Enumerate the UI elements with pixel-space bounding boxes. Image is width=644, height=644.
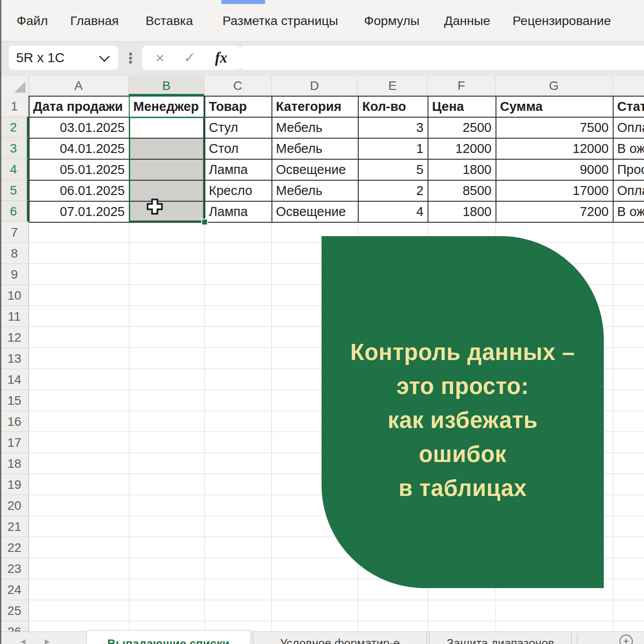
row-header-12[interactable]: 12 [0, 327, 29, 348]
table-cell[interactable]: 07.01.2025 [30, 202, 130, 223]
table-cell[interactable]: 04.01.2025 [30, 139, 130, 160]
row-header-16[interactable]: 16 [0, 411, 29, 432]
table-header-cell[interactable]: Цена [428, 97, 496, 118]
table-cell[interactable]: 2 [359, 181, 428, 202]
row-header-11[interactable]: 11 [0, 306, 29, 327]
sheet-nav-left-icon[interactable]: ◂ [21, 636, 25, 644]
row-header-17[interactable]: 17 [0, 432, 29, 453]
row-header-22[interactable]: 22 [0, 537, 29, 558]
row-header-1[interactable]: 1 [0, 96, 29, 117]
formula-input[interactable] [240, 46, 644, 70]
table-cell[interactable]: В ожидании [614, 202, 644, 223]
table-cell[interactable]: Оплачено [614, 181, 644, 202]
add-sheet-button[interactable]: + [619, 635, 633, 644]
table-cell[interactable]: 06.01.2025 [30, 181, 130, 202]
row-header-24[interactable]: 24 [0, 579, 29, 600]
row-header-2[interactable]: 2 [0, 117, 29, 138]
table-cell[interactable]: 9000 [496, 160, 614, 181]
menu-item-7[interactable]: Рецензирование [513, 13, 611, 28]
menu-item-5[interactable]: Формулы [364, 13, 419, 28]
row-header-13[interactable]: 13 [0, 348, 29, 369]
table-cell[interactable]: Стол [205, 139, 272, 160]
table-cell[interactable]: В ожидании [614, 139, 644, 160]
table-cell[interactable]: 12000 [428, 139, 496, 160]
cancel-icon[interactable]: × [156, 49, 165, 67]
column-header-G[interactable]: G [496, 76, 613, 96]
table-cell[interactable]: Стул [205, 118, 272, 139]
sheet-tab-3[interactable]: Защита диапазонов [429, 632, 572, 644]
column-header-D[interactable]: D [271, 76, 358, 96]
table-cell[interactable]: Кресло [205, 181, 272, 202]
menu-item-6[interactable]: Данные [444, 13, 490, 28]
row-header-6[interactable]: 6 [0, 201, 29, 222]
table-cell[interactable]: 7500 [496, 118, 614, 139]
enter-icon[interactable]: ✓ [184, 49, 196, 66]
table-cell[interactable]: 4 [359, 202, 428, 223]
table-cell[interactable]: Лампа [205, 202, 272, 223]
sheet-tab-2[interactable]: Условное форматир-е [253, 632, 427, 644]
row-header-9[interactable]: 9 [0, 264, 29, 285]
menu-item-1[interactable]: Файл [17, 13, 48, 28]
menu-item-4[interactable]: Разметка страницы [223, 13, 339, 28]
table-cell[interactable]: 8500 [428, 181, 496, 202]
column-header-H[interactable]: H [613, 76, 644, 96]
table-header-cell[interactable]: Товар [205, 97, 272, 118]
row-header-15[interactable]: 15 [0, 390, 29, 411]
table-cell[interactable]: Мебель [272, 139, 359, 160]
table-cell[interactable]: 1800 [428, 160, 496, 181]
row-header-7[interactable]: 7 [0, 222, 29, 243]
chevron-down-icon[interactable] [99, 51, 110, 62]
table-header-cell[interactable]: Сумма [496, 97, 614, 118]
overlay-text-line: Контроль данных – [350, 335, 575, 369]
row-header-20[interactable]: 20 [0, 495, 29, 516]
name-box[interactable]: 5R x 1C [9, 46, 118, 70]
table-cell[interactable]: 3 [359, 118, 428, 139]
worksheet-area: ABCDEFGH 1234567891011121314151617181920… [0, 76, 644, 644]
table-header-cell[interactable]: Статус [614, 97, 644, 118]
table-cell[interactable]: Просрочено [614, 160, 644, 181]
table-cell[interactable]: Освещение [272, 202, 359, 223]
column-header-E[interactable]: E [358, 76, 428, 96]
menu-item-3[interactable]: Вставка [146, 13, 193, 28]
menu-item-2[interactable]: Главная [70, 13, 119, 28]
row-header-25[interactable]: 25 [0, 600, 29, 621]
row-header-5[interactable]: 5 [0, 180, 29, 201]
row-header-18[interactable]: 18 [0, 453, 29, 474]
table-cell[interactable]: Лампа [205, 160, 272, 181]
table-cell[interactable]: Оплачено [614, 118, 644, 139]
fill-handle[interactable] [201, 219, 208, 225]
select-all-button[interactable] [0, 76, 29, 96]
table-cell[interactable]: 2500 [428, 118, 496, 139]
row-header-14[interactable]: 14 [0, 369, 29, 390]
sheet-nav-right-icon[interactable]: ▸ [45, 636, 50, 644]
row-header-19[interactable]: 19 [0, 474, 29, 495]
table-cell[interactable]: 05.01.2025 [30, 160, 130, 181]
table-cell[interactable]: Мебель [272, 181, 359, 202]
column-header-A[interactable]: A [29, 76, 129, 96]
row-header-23[interactable]: 23 [0, 558, 29, 579]
table-header-cell[interactable]: Кол-во [359, 97, 428, 118]
row-header-10[interactable]: 10 [0, 285, 29, 306]
column-header-B[interactable]: B [129, 76, 204, 96]
overlay-text-line: ошибок [419, 437, 506, 471]
column-header-F[interactable]: F [428, 76, 496, 96]
row-header-21[interactable]: 21 [0, 516, 29, 537]
table-header-cell[interactable]: Дата продажи [30, 97, 130, 118]
table-cell[interactable]: 12000 [496, 139, 614, 160]
table-cell[interactable]: 03.01.2025 [30, 118, 130, 139]
row-header-3[interactable]: 3 [0, 138, 29, 159]
table-cell[interactable]: Освещение [272, 160, 359, 181]
table-cell[interactable]: 1 [359, 139, 428, 160]
table-cell[interactable]: 7200 [496, 202, 614, 223]
table-cell[interactable]: 17000 [496, 181, 614, 202]
table-cell[interactable]: 1800 [428, 202, 496, 223]
table-header-cell[interactable]: Категория [272, 97, 359, 118]
row-header-4[interactable]: 4 [0, 159, 29, 180]
table-cell[interactable]: 5 [359, 160, 428, 181]
table-cell[interactable]: Мебель [272, 118, 359, 139]
sheet-tab-1[interactable]: Выпадающие списки [86, 630, 250, 644]
row-header-8[interactable]: 8 [0, 243, 29, 264]
insert-function-icon[interactable]: fx [215, 50, 228, 66]
column-header-C[interactable]: C [204, 76, 271, 96]
more-options-icon[interactable]: ⋮ [126, 46, 135, 70]
